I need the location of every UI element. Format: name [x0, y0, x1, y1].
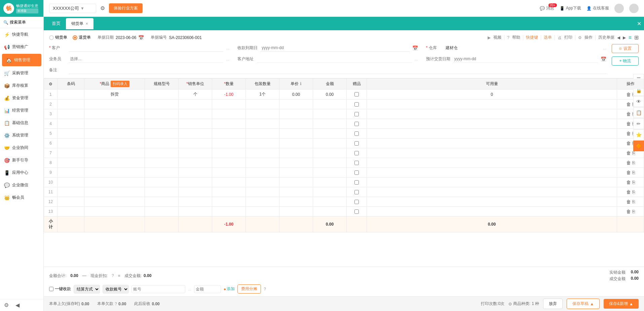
sidebar-nav-operations[interactable]: 📊 经营管理 — [0, 104, 43, 117]
float-btn-3[interactable]: 👁 — [633, 96, 644, 107]
float-btn-6[interactable]: ⭐ — [633, 129, 644, 140]
shortcut-btn[interactable]: 快捷键 — [526, 35, 538, 40]
arrow-left-icon[interactable]: ◀ — [617, 35, 620, 40]
expense-help-icon[interactable]: ? — [264, 287, 266, 291]
row-price[interactable]: 0.00 — [279, 89, 313, 100]
sidebar-collapse-icon[interactable]: ◀ — [15, 302, 20, 308]
calendar-icon[interactable]: 📅 — [138, 35, 144, 40]
total-debt-help[interactable]: ? — [115, 302, 117, 306]
gift-checkbox[interactable] — [354, 170, 359, 175]
warehouse-dots[interactable]: ... — [603, 46, 606, 50]
sidebar-nav-wechat[interactable]: 💬 企业微信 — [0, 179, 43, 191]
gift-checkbox[interactable] — [354, 151, 359, 155]
due-date-input[interactable] — [260, 44, 409, 52]
delete-row-button[interactable]: 🗑 — [626, 92, 631, 97]
sidebar-nav-basics[interactable]: 📋 基础信息 — [0, 117, 43, 129]
customer-input[interactable] — [69, 44, 223, 52]
account-input[interactable] — [131, 285, 185, 293]
due-date-calendar-icon[interactable]: 📅 — [412, 45, 418, 51]
sidebar-nav-collab[interactable]: 🤝 企业协同 — [0, 142, 43, 154]
sidebar-nav-finance[interactable]: 💰 资金管理 — [0, 92, 43, 104]
sidebar-nav-inventory[interactable]: 📦 库存核算 — [0, 79, 43, 92]
delete-row-button[interactable]: 🗑 — [626, 150, 631, 156]
trial-button[interactable]: 体验行业方案 — [109, 3, 143, 13]
sidebar-nav-marketing[interactable]: 📢 营销推广 — [0, 41, 43, 53]
th-gear[interactable]: ⚙ — [44, 79, 58, 89]
select-btn[interactable]: 选单 — [544, 35, 552, 40]
one-click-pay-checkbox[interactable] — [49, 287, 53, 291]
expected-date-input[interactable] — [453, 55, 598, 63]
delete-row-button[interactable]: 🗑 — [626, 102, 631, 107]
help-btn[interactable]: 帮助 — [512, 35, 520, 40]
gift-checkbox[interactable] — [354, 161, 359, 165]
expected-date-calendar-icon[interactable]: 📅 — [601, 56, 606, 62]
sidebar-search[interactable]: 🔍 搜索菜单 — [0, 17, 43, 28]
gift-checkbox[interactable] — [354, 102, 359, 107]
scan-button[interactable]: 扫码录入 — [111, 81, 129, 87]
delete-row-button[interactable]: 🗑 — [626, 189, 631, 195]
history-btn[interactable]: 历史单据 — [598, 35, 614, 40]
sidebar-nav-guide[interactable]: 🎯 新手引导 — [0, 154, 43, 166]
salesman-input[interactable] — [69, 55, 223, 63]
discard-button[interactable]: 放弃 — [543, 299, 563, 309]
save-draft-button[interactable]: 保存草稿 ▲ — [567, 299, 600, 309]
float-btn-5[interactable]: ✏ — [633, 118, 644, 129]
copy-row-button[interactable]: ⎘ — [632, 189, 635, 195]
grid-view-icon[interactable]: ⊞ — [634, 34, 639, 41]
expense-button[interactable]: 费用分摊 — [237, 284, 261, 294]
float-btn-4[interactable]: 📋 — [633, 107, 644, 118]
delete-row-button[interactable]: 🗑 — [626, 160, 631, 165]
delete-row-button[interactable]: 🗑 — [626, 121, 631, 126]
sidebar-nav-quick[interactable]: ⚡ 快捷导航 — [0, 28, 43, 41]
delete-row-button[interactable]: 🗑 — [626, 131, 631, 136]
account-dots[interactable]: ... — [188, 287, 191, 291]
table-scroll[interactable]: ⚙ 条码 *商品 扫码录入 规格型号 *销售单位 *数量 包装数量 单价 ℹ 金… — [44, 78, 644, 267]
copy-row-button[interactable]: ⎘ — [632, 170, 635, 175]
account-select[interactable]: 收款账号 — [103, 285, 129, 294]
copy-row-button[interactable]: ⎘ — [632, 199, 635, 204]
row-product[interactable]: 拆货 — [84, 89, 145, 100]
customer-dots[interactable]: ... — [226, 46, 229, 50]
copy-row-button[interactable]: ⎘ — [632, 160, 635, 165]
delete-row-button[interactable]: 🗑 — [626, 170, 631, 175]
salesman-dots[interactable]: ... — [226, 57, 229, 62]
sidebar-nav-appstore[interactable]: 📱 应用中心 — [0, 166, 43, 179]
tab-home[interactable]: 首页 — [46, 18, 66, 29]
service-button[interactable]: 👤 在线客服 — [586, 5, 609, 11]
gift-checkbox[interactable] — [354, 141, 359, 146]
copy-row-button[interactable]: ⎘ — [632, 209, 635, 214]
gift-checkbox[interactable] — [354, 122, 359, 126]
message-button[interactable]: 💬 消息 99+ — [540, 5, 554, 11]
gift-checkbox[interactable] — [354, 200, 359, 204]
notes-input[interactable] — [69, 66, 606, 74]
settings-button[interactable]: ⊙ 设置 — [612, 44, 639, 53]
customer-addr-dots[interactable]: ... — [415, 57, 418, 62]
delete-row-button[interactable]: 🗑 — [626, 111, 631, 117]
ops-btn[interactable]: 操作 — [584, 35, 593, 40]
logistics-button[interactable]: + 物流 — [612, 56, 639, 66]
tab-sales-order[interactable]: 销货单 ✕ — [66, 18, 93, 29]
list-view-icon[interactable]: ≡ — [629, 35, 632, 41]
gift-checkbox[interactable] — [354, 112, 359, 116]
radio-return[interactable]: 退货单 — [73, 35, 91, 40]
calc-method-select[interactable]: 结算方式 — [74, 285, 100, 294]
avatar[interactable] — [614, 4, 624, 13]
float-btn-7[interactable]: 🔶 — [633, 141, 644, 151]
delete-row-button[interactable]: 🗑 — [626, 141, 631, 146]
gift-checkbox[interactable] — [354, 209, 359, 214]
avatar2[interactable] — [629, 4, 639, 13]
delete-row-button[interactable]: 🗑 — [626, 209, 631, 214]
save-new-button[interactable]: 保存&新增 ▲ — [604, 299, 639, 309]
arrow-right-icon[interactable]: ▶ — [623, 35, 626, 40]
tab-close-icon[interactable]: ✕ — [85, 22, 88, 26]
sidebar-nav-system[interactable]: ⚙️ 系统管理 — [0, 129, 43, 142]
gift-checkbox[interactable] — [354, 180, 359, 185]
amount-input[interactable] — [194, 285, 221, 293]
gift-checkbox[interactable] — [354, 131, 359, 136]
sidebar-settings-icon[interactable]: ⚙ — [4, 302, 9, 308]
copy-row-button[interactable]: ⎘ — [632, 180, 635, 185]
app-download-button[interactable]: 📱 App下载 — [560, 5, 581, 11]
delete-row-button[interactable]: 🗑 — [626, 180, 631, 185]
gear-icon[interactable]: ⚙ — [100, 5, 105, 11]
discount-help-icon[interactable]: ? — [112, 273, 114, 278]
